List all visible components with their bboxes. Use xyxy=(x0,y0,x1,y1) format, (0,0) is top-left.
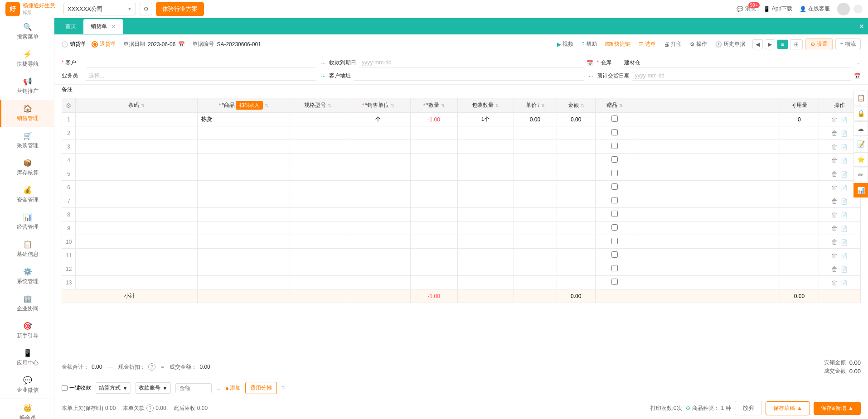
sidebar-item-enterprise[interactable]: 🏢 企业协同 xyxy=(0,290,54,317)
gift-cell[interactable] xyxy=(595,181,634,194)
float-btn-1[interactable]: 📋 xyxy=(853,91,868,105)
delete-row-button[interactable]: 🗑 xyxy=(830,129,839,138)
barcode-cell[interactable] xyxy=(76,222,198,235)
operation-action-btn[interactable]: ⚙ 操作 xyxy=(687,39,710,49)
amount-cell[interactable] xyxy=(557,154,595,167)
gift-cell[interactable] xyxy=(595,126,634,140)
pack-qty-cell[interactable] xyxy=(457,126,514,140)
settings-button[interactable]: ⚙ 设置 xyxy=(805,38,833,50)
unit-price-cell[interactable] xyxy=(514,276,557,289)
col-settings-icon[interactable]: ⚙ xyxy=(66,102,72,109)
delete-row-button[interactable]: 🗑 xyxy=(830,156,839,165)
copy-row-button[interactable]: 📄 xyxy=(840,130,849,138)
unit-cell[interactable] xyxy=(346,194,410,208)
barcode-cell[interactable] xyxy=(76,276,198,289)
quantity-cell[interactable] xyxy=(410,276,457,289)
settings-icon[interactable]: ⚙ xyxy=(140,3,152,15)
date-calendar-icon[interactable]: 📅 xyxy=(178,41,185,48)
copy-row-button[interactable]: 📄 xyxy=(840,143,849,151)
copy-row-button[interactable]: 📄 xyxy=(840,116,849,124)
unit-price-cell[interactable] xyxy=(514,208,557,222)
pack-qty-cell[interactable] xyxy=(457,222,514,235)
barcode-input[interactable] xyxy=(79,239,194,245)
unit-price-cell[interactable] xyxy=(514,222,557,235)
spec-cell[interactable] xyxy=(290,276,346,289)
gift-checkbox[interactable] xyxy=(611,251,618,258)
nav-next-btn[interactable]: ▶ xyxy=(765,39,775,49)
delete-row-button[interactable]: 🗑 xyxy=(830,237,839,246)
radio-return-order[interactable]: 退货单 xyxy=(92,40,116,48)
product-cell[interactable] xyxy=(198,249,290,262)
product-cell[interactable]: 拣货 xyxy=(198,113,290,126)
product-cell[interactable] xyxy=(198,276,290,289)
barcode-input[interactable] xyxy=(79,252,194,259)
logistics-button[interactable]: + 物流 xyxy=(835,38,861,50)
spec-cell[interactable] xyxy=(290,222,346,235)
barcode-input[interactable] xyxy=(79,130,194,136)
delete-row-button[interactable]: 🗑 xyxy=(830,224,839,233)
product-cell[interactable] xyxy=(198,140,290,154)
amount-cell[interactable]: 0.00 xyxy=(557,113,595,126)
payment-due-input[interactable] xyxy=(359,58,583,67)
quantity-cell[interactable] xyxy=(410,262,457,276)
gift-checkbox[interactable] xyxy=(611,265,618,271)
copy-row-button[interactable]: 📄 xyxy=(840,238,849,246)
unit-price-cell[interactable]: 0.00 xyxy=(514,113,557,126)
barcode-sort-icon[interactable]: ⇅ xyxy=(141,103,145,108)
spec-cell[interactable] xyxy=(290,262,346,276)
payment-help-icon[interactable]: ? xyxy=(281,385,285,391)
product-cell[interactable] xyxy=(198,154,290,167)
float-btn-3[interactable]: ☁ xyxy=(853,121,868,136)
close-all-tabs-button[interactable]: ✕ xyxy=(859,23,864,30)
unit-price-cell[interactable] xyxy=(514,154,557,167)
barcode-input[interactable] xyxy=(79,157,194,164)
gift-cell[interactable] xyxy=(595,222,634,235)
gift-checkbox[interactable] xyxy=(611,116,618,122)
barcode-cell[interactable] xyxy=(76,167,198,181)
gift-checkbox[interactable] xyxy=(611,197,618,203)
copy-row-button[interactable]: 📄 xyxy=(840,157,849,165)
sidebar-item-marketing[interactable]: 📢 营销推广 xyxy=(0,72,54,100)
gift-cell[interactable] xyxy=(595,235,634,249)
amount-cell[interactable] xyxy=(557,249,595,262)
gift-checkbox[interactable] xyxy=(611,170,618,176)
copy-row-button[interactable]: 📄 xyxy=(840,211,849,219)
gift-cell[interactable] xyxy=(595,140,634,154)
delivery-date-input[interactable] xyxy=(632,71,851,81)
barcode-cell[interactable] xyxy=(76,154,198,167)
barcode-cell[interactable] xyxy=(76,194,198,208)
delete-row-button[interactable]: 🗑 xyxy=(830,265,839,274)
barcode-input[interactable] xyxy=(79,184,194,191)
one-click-payment-checkbox[interactable]: 一键收款 xyxy=(62,384,91,392)
pack-qty-cell[interactable] xyxy=(457,181,514,194)
gift-cell[interactable] xyxy=(595,167,634,181)
quantity-cell[interactable] xyxy=(410,235,457,249)
pack-qty-cell[interactable] xyxy=(457,249,514,262)
app-download-button[interactable]: 📱 App下载 xyxy=(763,5,792,13)
gift-cell[interactable] xyxy=(595,154,634,167)
pack-qty-cell[interactable] xyxy=(457,208,514,222)
customer-dots-icon[interactable]: ··· xyxy=(321,60,325,66)
add-payment-button[interactable]: ● 添加 xyxy=(225,384,241,392)
product-cell[interactable] xyxy=(198,194,290,208)
video-action-btn[interactable]: ▶ 视频 xyxy=(554,39,576,49)
copy-row-button[interactable]: 📄 xyxy=(840,225,849,233)
amount-cell[interactable] xyxy=(557,194,595,208)
pack-sort-icon[interactable]: ⇅ xyxy=(495,103,499,108)
barcode-cell[interactable] xyxy=(76,140,198,154)
sidebar-item-search[interactable]: 🔍 搜索菜单 xyxy=(0,18,54,45)
copy-row-button[interactable]: 📄 xyxy=(840,170,849,178)
barcode-input[interactable] xyxy=(79,212,194,218)
amount-cell[interactable] xyxy=(557,235,595,249)
product-type-selector[interactable]: ⊙ 商品种类： 1 种 xyxy=(686,405,732,412)
gift-sort-icon[interactable]: ⇅ xyxy=(619,103,623,108)
gift-cell[interactable] xyxy=(595,262,634,276)
unit-sort-icon[interactable]: ⇅ xyxy=(391,103,394,108)
total-owed-info-icon[interactable]: ? xyxy=(146,405,154,412)
barcode-input[interactable] xyxy=(79,266,194,272)
gift-checkbox[interactable] xyxy=(611,156,618,163)
spec-cell[interactable] xyxy=(290,167,346,181)
gift-checkbox[interactable] xyxy=(611,143,618,149)
sidebar-item-inventory[interactable]: 📦 库存核算 xyxy=(0,154,54,181)
trial-button[interactable]: 体验行业方案 xyxy=(156,2,204,16)
